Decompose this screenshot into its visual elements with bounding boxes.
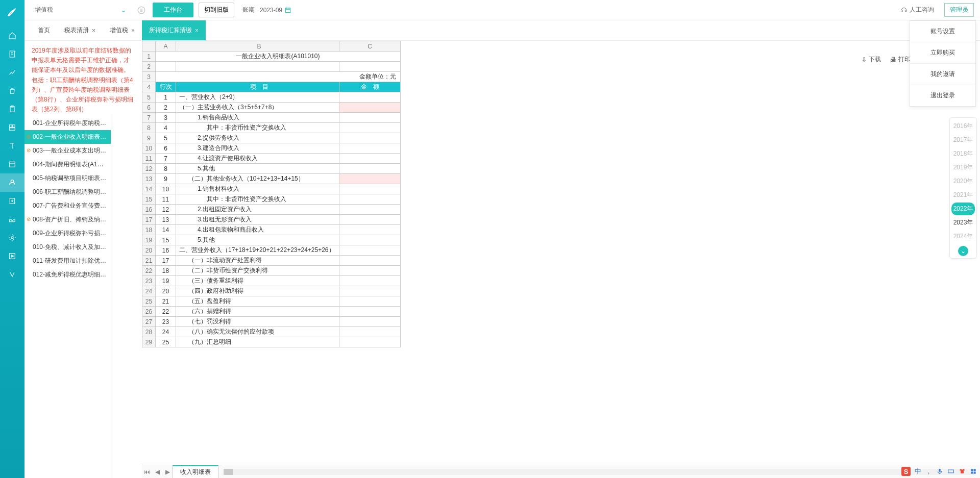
svg-rect-12 (939, 469, 941, 472)
admin-menu-item[interactable]: 退出登录 (910, 85, 975, 106)
svg-rect-5 (10, 128, 15, 131)
topbar: 增值税 ⌄ 工作台 切到旧版 账期 2023-09 人工咨询 管理员 (24, 0, 980, 20)
tree-item[interactable]: 011-研发费用加计扣除优惠… (24, 254, 111, 268)
tab-close-icon[interactable]: × (195, 27, 199, 34)
year-item[interactable]: 2016年 (951, 120, 975, 133)
ime-logo-icon[interactable]: S (901, 467, 911, 476)
year-item[interactable]: 2022年 (951, 203, 975, 215)
list-icon[interactable] (135, 4, 148, 16)
year-item[interactable]: 2024年 (951, 230, 975, 243)
rail-chart-icon[interactable] (0, 63, 24, 82)
svg-rect-6 (10, 162, 15, 167)
svg-rect-14 (971, 469, 973, 471)
tree-item[interactable]: 004-期间费用明细表(A1040… (24, 158, 111, 171)
ime-keyboard-icon[interactable] (947, 468, 954, 475)
print-button[interactable]: 🖶 打印 (890, 55, 911, 64)
ime-lang[interactable]: 中 (915, 467, 921, 476)
download-button[interactable]: ⇩ 下载 (862, 55, 881, 64)
rail-inbox-icon[interactable] (0, 210, 24, 229)
sheet-nav-first-icon[interactable]: ⏮ (142, 468, 152, 475)
ime-tools-icon[interactable] (970, 468, 977, 475)
sheet-title[interactable]: 一般企业收入明细表(A101010) (156, 52, 401, 62)
year-item[interactable]: 2019年 (951, 161, 975, 174)
rail-tax-icon[interactable] (0, 173, 24, 192)
period-label: 账期 (242, 6, 255, 14)
spreadsheet[interactable]: ABC1一般企业收入明细表(A101010)23金额单位：元4行次项 目金 额5… (142, 41, 401, 347)
rail-v-icon[interactable] (0, 265, 24, 284)
period-value: 2023-09 (260, 7, 282, 14)
svg-rect-17 (974, 472, 976, 474)
period-picker[interactable]: 2023-09 (260, 7, 291, 14)
svg-rect-11 (285, 8, 290, 12)
page-tab[interactable]: 首页 (31, 20, 57, 40)
tree-item[interactable]: 012-减免所得税优惠明细表(… (24, 268, 111, 282)
tree-item[interactable]: 006-职工薪酬纳税调整明细… (24, 185, 111, 199)
page-tab[interactable]: 所得税汇算清缴× (142, 20, 206, 40)
warn-icon: ⊘ (27, 216, 31, 222)
col-header[interactable]: C (339, 41, 401, 52)
year-more-icon[interactable]: ⌄ (958, 246, 968, 256)
tree-item[interactable]: 007-广告费和业务宣传费跨… (24, 199, 111, 213)
warn-icon: ⊘ (27, 134, 31, 139)
year-item[interactable]: 2017年 (951, 134, 975, 146)
admin-menu-item[interactable]: 我的邀请 (910, 63, 975, 85)
ime-toolbar: S 中 ， (901, 467, 977, 476)
tree-item[interactable]: 009-企业所得税弥补亏损明… (24, 227, 111, 240)
admin-dropdown: 账号设置立即购买我的邀请退出登录 (910, 20, 976, 107)
svg-rect-13 (948, 470, 954, 473)
left-nav-rail (0, 0, 24, 478)
headset-icon (900, 7, 908, 14)
page-tab[interactable]: 增值税× (103, 20, 142, 40)
tree-item[interactable]: 005-纳税调整项目明细表(A1… (24, 171, 111, 185)
tree-item[interactable]: ⊘008-资产折旧、摊销及纳税… (24, 213, 111, 227)
page-tab[interactable]: 税表清册× (57, 20, 103, 40)
admin-button[interactable]: 管理员 (944, 3, 974, 17)
sheet-nav-next-icon[interactable]: ▶ (162, 468, 173, 475)
tree-item[interactable]: ⊘002-一般企业收入明细表(A1… (24, 130, 111, 144)
year-item[interactable]: 2018年 (951, 147, 975, 160)
rail-export-icon[interactable] (0, 192, 24, 210)
tree-item[interactable]: ⊘003-一般企业成本支出明细… (24, 144, 111, 158)
rail-calendar-icon[interactable] (0, 155, 24, 173)
svg-point-8 (11, 237, 13, 239)
horizontal-scrollbar[interactable] (224, 469, 975, 475)
rail-text-icon[interactable] (0, 137, 24, 155)
rail-doc-icon[interactable] (0, 45, 24, 63)
help-link[interactable]: 人工咨询 (900, 6, 934, 14)
tree-item[interactable]: 010-免税、减计收入及加计… (24, 240, 111, 254)
svg-rect-3 (10, 125, 12, 128)
page-tabs: 首页税表清册×增值税×所得税汇算清缴× (24, 20, 980, 41)
rail-settings-icon[interactable] (0, 229, 24, 247)
col-header[interactable]: B (176, 41, 339, 52)
ime-skin-icon[interactable] (959, 468, 966, 475)
chevron-down-icon: ⌄ (121, 7, 126, 14)
admin-menu-item[interactable]: 账号设置 (910, 21, 975, 42)
rail-grid-icon[interactable] (0, 118, 24, 137)
year-item[interactable]: 2020年 (951, 175, 975, 188)
tax-type-label: 增值税 (35, 6, 53, 14)
calendar-icon (284, 7, 291, 14)
form-tree: 001-企业所得税年度纳税申…⊘002-一般企业收入明细表(A1…⊘003-一般… (24, 114, 111, 478)
switch-old-button[interactable]: 切到旧版 (199, 3, 234, 17)
rail-home-icon[interactable] (0, 27, 24, 45)
year-item[interactable]: 2023年 (951, 216, 975, 229)
sheet-nav-prev-icon[interactable]: ◀ (152, 468, 162, 475)
unit-label[interactable]: 金额单位：元 (156, 72, 401, 82)
tree-item[interactable]: 001-企业所得税年度纳税申… (24, 116, 111, 130)
admin-menu-item[interactable]: 立即购买 (910, 42, 975, 63)
svg-rect-15 (974, 469, 976, 471)
workbench-button[interactable]: 工作台 (153, 3, 193, 17)
sheet-tab[interactable]: 收入明细表 (173, 465, 218, 478)
rail-play-icon[interactable] (0, 247, 24, 265)
rail-clipboard-icon[interactable] (0, 100, 24, 118)
svg-rect-4 (13, 125, 15, 128)
rail-bag-icon[interactable] (0, 82, 24, 100)
tax-type-selector[interactable]: 增值税 ⌄ (31, 4, 130, 16)
year-item[interactable]: 2021年 (951, 189, 975, 202)
tab-close-icon[interactable]: × (131, 27, 135, 34)
ime-punct[interactable]: ， (925, 467, 932, 476)
col-header[interactable]: A (156, 41, 176, 52)
tab-close-icon[interactable]: × (92, 27, 95, 34)
ime-mic-icon[interactable] (936, 468, 943, 475)
svg-rect-16 (971, 472, 973, 474)
